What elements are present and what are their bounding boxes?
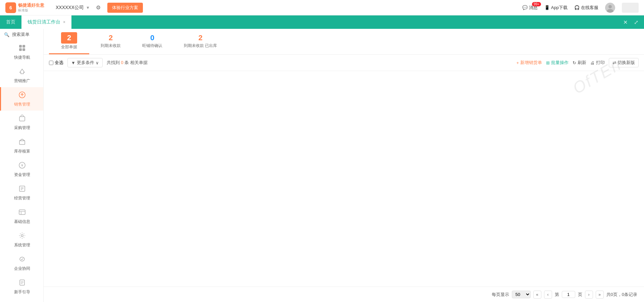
page-label: 第	[555, 292, 559, 298]
stat-tab-pending[interactable]: 0 旺铺待确认	[132, 29, 172, 54]
system-icon	[18, 232, 26, 241]
toolbar: 全选 ▼ 更多条件 ∨ 共找到 0 条 相关单据 + 新增销货单 ⊞	[44, 55, 644, 71]
stat-tab-overdue-stock[interactable]: 2 到期未收款 已出库	[174, 29, 227, 54]
svg-point-3	[608, 5, 612, 8]
guide-icon	[18, 279, 26, 288]
tab-workbench[interactable]: 钱货日清工作台 ×	[21, 15, 71, 29]
new-btn-icon: +	[516, 60, 519, 65]
print-btn[interactable]: 🖨 打印	[590, 60, 605, 66]
sidebar-item-guide[interactable]: 新手引导	[0, 275, 43, 298]
sidebar-item-finance[interactable]: ¥ 资金管理	[0, 158, 43, 181]
tab-bar-actions: ✕ ⤢	[621, 17, 644, 27]
stat-tab-overdue-label: 到期未收款	[101, 43, 121, 49]
sidebar-item-system-label: 系统管理	[14, 242, 30, 248]
sidebar-item-basic-info-label: 基础信息	[14, 219, 30, 225]
logo-area: 6 畅捷通好生意 标准版	[5, 2, 49, 13]
sidebar-item-quick-nav-label: 快捷导航	[14, 55, 30, 60]
svg-text:¥: ¥	[21, 164, 23, 167]
quick-nav-icon	[18, 44, 26, 53]
new-btn-label: 新增销货单	[520, 60, 542, 66]
company-selector[interactable]: XXXXXX公司 ▼	[56, 5, 90, 11]
sidebar-item-basic-info[interactable]: 基础信息	[0, 204, 43, 228]
sidebar-item-marketing[interactable]: 营销推广	[0, 64, 43, 87]
count-suffix: 相关单据	[130, 60, 148, 65]
svg-rect-12	[19, 141, 25, 144]
page-size-select[interactable]: 50 20 100	[512, 291, 531, 298]
tab-close-btn[interactable]: ✕	[621, 17, 630, 27]
online-service-btn[interactable]: 🎧 在线客服	[574, 5, 598, 11]
sidebar-item-guide-label: 新手引导	[14, 289, 30, 295]
new-sales-order-btn[interactable]: + 新增销货单	[516, 60, 542, 66]
page-input[interactable]	[562, 291, 575, 298]
first-page-icon: «	[536, 292, 538, 297]
sidebar-item-quick-nav[interactable]: 快捷导航	[0, 40, 43, 64]
print-icon: 🖨	[590, 60, 595, 65]
settings-button[interactable]: ⚙	[93, 3, 103, 13]
svg-text:6: 6	[9, 5, 12, 10]
message-btn[interactable]: 💬 消息 99+	[522, 5, 538, 11]
message-icon: 💬	[522, 5, 528, 10]
prev-page-btn[interactable]: ‹	[544, 291, 552, 299]
sidebar-item-system[interactable]: 系统管理	[0, 228, 43, 251]
content-area: 2 全部单据 2 到期未收款 0 旺铺待确认 2 到期未收款 已出库 全选	[44, 29, 644, 302]
total-text: 共0页，0条记录	[606, 292, 637, 298]
logo-text: 畅捷通好生意 标准版	[18, 3, 44, 13]
count-prefix: 共找到	[107, 60, 120, 65]
select-all-area[interactable]: 全选	[49, 60, 63, 66]
next-page-btn[interactable]: ›	[585, 291, 593, 299]
sidebar-item-purchase[interactable]: 采购管理	[0, 111, 43, 134]
sidebar-item-enterprise-label: 企业协同	[14, 266, 30, 271]
app-download-btn[interactable]: 📱 App下载	[544, 5, 568, 11]
sidebar-item-sales-label: 销售管理	[14, 102, 30, 107]
stat-tab-all-num: 2	[61, 32, 77, 44]
first-page-btn[interactable]: «	[533, 291, 541, 299]
stat-tab-overdue[interactable]: 2 到期未收款	[91, 29, 131, 54]
svg-rect-8	[22, 48, 25, 51]
sidebar-search[interactable]: 🔍 搜索菜单	[0, 29, 43, 40]
company-name: XXXXXX公司	[56, 5, 84, 11]
refresh-btn[interactable]: ↻ 刷新	[573, 60, 586, 66]
app-download-label: App下载	[551, 5, 568, 11]
last-page-btn[interactable]: »	[596, 291, 604, 299]
experience-btn[interactable]: 体验行业方案	[107, 3, 143, 13]
filter-icon: ▼	[71, 60, 75, 65]
print-label: 打印	[596, 60, 605, 66]
tab-home-label: 首页	[6, 19, 15, 25]
refresh-label: 刷新	[578, 60, 586, 66]
sidebar-item-sales[interactable]: 销售管理	[0, 87, 43, 111]
svg-rect-19	[19, 210, 25, 215]
stat-tab-all-label: 全部单据	[61, 44, 77, 50]
stat-tab-pending-num: 0	[150, 34, 154, 42]
page-size-label: 每页显示	[492, 292, 509, 298]
company-dropdown-arrow: ▼	[86, 5, 90, 10]
avatar[interactable]	[605, 3, 615, 13]
sidebar-item-operation[interactable]: 经营管理	[0, 181, 43, 204]
page-label-end: 页	[578, 292, 582, 298]
tab-expand-btn[interactable]: ⤢	[631, 17, 641, 27]
sidebar-item-app-center[interactable]: 应用中心	[0, 298, 43, 302]
sidebar-item-finance-label: 资金管理	[14, 172, 30, 178]
batch-icon: ⊞	[546, 60, 550, 65]
sidebar-item-enterprise[interactable]: 企业协同	[0, 251, 43, 275]
sidebar-item-inventory[interactable]: 库存核算	[0, 134, 43, 158]
search-icon: 🔍	[4, 32, 9, 37]
enterprise-icon	[18, 255, 26, 264]
online-service-label: 在线客服	[581, 5, 598, 11]
tab-home[interactable]: 首页	[0, 15, 21, 29]
svg-rect-11	[19, 117, 25, 121]
switch-version-btn[interactable]: ⇄ 切换新版	[609, 58, 639, 67]
pagination: 每页显示 50 20 100 « ‹ 第 页 › » 共0页，0条记录	[44, 287, 644, 302]
sidebar-search-label: 搜索菜单	[12, 32, 30, 38]
select-all-checkbox[interactable]	[49, 61, 53, 65]
app-title: 畅捷通好生意	[18, 3, 44, 8]
switch-icon: ⇄	[612, 60, 616, 65]
tab-workbench-close[interactable]: ×	[63, 20, 65, 24]
filter-btn[interactable]: ▼ 更多条件 ∨	[67, 58, 103, 67]
stat-tab-all[interactable]: 2 全部单据	[49, 29, 89, 54]
message-badge: 99+	[532, 2, 541, 6]
sidebar-item-operation-label: 经营管理	[14, 195, 30, 201]
tab-bar: 首页 钱货日清工作台 × ✕ ⤢	[0, 15, 644, 29]
prev-page-icon: ‹	[547, 292, 549, 297]
batch-operation-btn[interactable]: ⊞ 批量操作	[546, 60, 569, 66]
count-unit: 条	[124, 60, 129, 65]
